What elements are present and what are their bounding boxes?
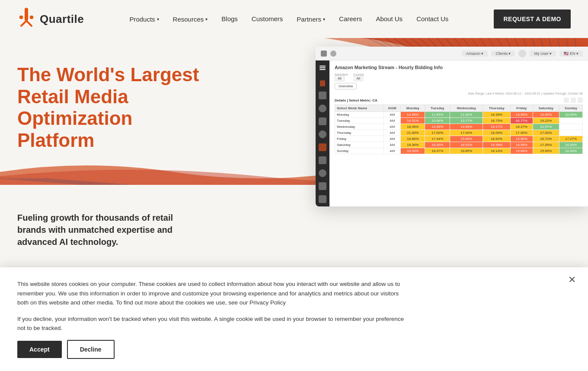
- hero-title: The World's Largest Retail Media Optimiz…: [17, 64, 242, 151]
- sidebar-icon-4[interactable]: [319, 130, 326, 138]
- table-row: Thursday AM 21.00% 17.00% 17.00% 18.00% …: [335, 130, 583, 136]
- dashboard-topbar: Amazon ▾ Clients ▾ My User ▾ 🇺🇸 EN ▾: [316, 47, 588, 60]
- nav-resources[interactable]: Resources ▾: [173, 16, 208, 23]
- request-demo-button[interactable]: REQUEST A DEMO: [494, 10, 571, 29]
- cookie-close-button[interactable]: ✕: [568, 275, 576, 285]
- chevron-down-icon: ▾: [205, 17, 208, 22]
- sidebar-icon-6[interactable]: [319, 156, 326, 164]
- cookie-actions: Accept Decline: [17, 340, 571, 359]
- svg-line-31: [0, 178, 86, 185]
- row-label: Tuesday: [335, 118, 384, 124]
- col-dom: DOM: [384, 105, 401, 112]
- row-label: Friday: [335, 136, 384, 142]
- accept-button[interactable]: Accept: [17, 341, 62, 358]
- logo-wordmark: Quartile: [40, 13, 84, 26]
- data-table: Select Week Name DOM Monday Tuesday Wedn…: [335, 105, 583, 154]
- table-row: Friday AM 18.60% 17.44% 15.99% 18.62% 19…: [335, 136, 583, 142]
- nav-products[interactable]: Products ▾: [129, 16, 159, 23]
- dashboard-body: Amazon Marketing Stream - Hourly Bidding…: [316, 60, 588, 206]
- col-mon: Monday: [401, 105, 425, 112]
- lang-selector[interactable]: 🇺🇸 EN ▾: [559, 51, 583, 57]
- dashboard-title: Amazon Marketing Stream - Hourly Bidding…: [335, 65, 583, 70]
- sidebar-icon-3[interactable]: [319, 117, 326, 125]
- user-avatar-icon: [518, 50, 526, 57]
- table-row: Saturday AM 18.30% 18.30% 18.52% 19.39% …: [335, 142, 583, 148]
- cookie-text-1: This website stores cookies on your comp…: [17, 279, 406, 308]
- chevron-down-icon: ▾: [157, 17, 159, 22]
- col-week: Select Week Name: [335, 105, 384, 112]
- decline-button[interactable]: Decline: [67, 340, 115, 359]
- table-row: Wednesday AM 18.08% 14.56% 14.56% 19.17%…: [335, 124, 583, 130]
- navbar: Quartile Products ▾ Resources ▾ Blogs Cu…: [0, 0, 588, 38]
- table-action-icon-1[interactable]: [564, 98, 569, 103]
- advertiser-filter: Advertiser All: [335, 73, 348, 80]
- table-title: Details | Select Metric: CA: [335, 98, 377, 102]
- cookie-text-2: If you decline, your information won't b…: [17, 314, 406, 333]
- svg-line-32: [9, 178, 95, 185]
- logo[interactable]: Quartile: [17, 8, 84, 30]
- clients-selector[interactable]: Clients ▾: [491, 51, 515, 57]
- chevron-down-icon: ▾: [323, 17, 325, 22]
- sidebar-menu-icon[interactable]: [320, 66, 326, 67]
- col-wed: Wednesday: [450, 105, 483, 112]
- sidebar-icon-5[interactable]: [319, 143, 326, 151]
- dashboard-screenshot: Amazon ▾ Clients ▾ My User ▾ 🇺🇸 EN ▾: [316, 47, 588, 206]
- date-range-info: Date Range: Last 4 Weeks: 2024-08-12 ~ 2…: [335, 92, 583, 95]
- row-label: Wednesday: [335, 124, 384, 130]
- country-filter: Country All: [354, 73, 364, 80]
- nav-partners[interactable]: Partners ▾: [297, 16, 325, 23]
- hero-section: The World's Largest Retail Media Optimiz…: [0, 38, 588, 280]
- nav-customers[interactable]: Customers: [252, 15, 283, 23]
- dashboard-main: Amazon Marketing Stream - Hourly Bidding…: [329, 60, 588, 206]
- nav-contact[interactable]: Contact Us: [416, 15, 448, 23]
- table-action-icon-2[interactable]: [571, 98, 576, 103]
- table-row: Tuesday AM 14.51% 10.96% 10.77% 16.75% 4…: [335, 118, 583, 124]
- row-label: Sunday: [335, 148, 384, 154]
- svg-line-34: [26, 178, 112, 185]
- sidebar-icon-8[interactable]: [319, 182, 326, 190]
- table-header-row: Select Week Name DOM Monday Tuesday Wedn…: [335, 105, 583, 112]
- svg-line-4: [21, 21, 26, 26]
- nav-careers[interactable]: Careers: [339, 15, 362, 23]
- row-label: Saturday: [335, 142, 384, 148]
- amazon-selector[interactable]: Amazon ▾: [462, 51, 488, 57]
- svg-line-35: [35, 178, 121, 185]
- svg-line-5: [26, 21, 32, 26]
- sidebar-icon-9[interactable]: [319, 195, 326, 203]
- sidebar-icon-2[interactable]: [319, 105, 326, 112]
- sidebar-logo-icon: [320, 80, 325, 86]
- cookie-banner: ✕ This website stores cookies on your co…: [0, 267, 588, 371]
- table-row: Sunday AM 19.00% 18.47% 16.85% 18.14% 15…: [335, 148, 583, 154]
- home-icon: [330, 51, 336, 57]
- svg-line-36: [43, 178, 130, 185]
- col-sat: Saturday: [533, 105, 559, 112]
- col-sun: Sunday: [559, 105, 583, 112]
- svg-line-33: [17, 178, 104, 185]
- svg-rect-2: [19, 16, 23, 19]
- sidebar-icon-1[interactable]: [319, 92, 326, 99]
- col-thu: Thursday: [483, 105, 511, 112]
- col-fri: Friday: [511, 105, 533, 112]
- nav-links: Products ▾ Resources ▾ Blogs Customers P…: [129, 15, 448, 23]
- hero-subtitle: Fueling growth for thousands of retail b…: [17, 212, 225, 248]
- user-selector[interactable]: My User ▾: [530, 51, 556, 57]
- table-row: Monday AM 14.95% 11.55% 11.52% 16.39% 19…: [335, 112, 583, 118]
- svg-rect-3: [30, 16, 33, 19]
- overview-tab[interactable]: Overview: [335, 83, 357, 89]
- table-action-icon-3[interactable]: [578, 98, 583, 103]
- col-tue: Tuesday: [425, 105, 450, 112]
- nav-blogs[interactable]: Blogs: [221, 15, 238, 23]
- nav-about[interactable]: About Us: [376, 15, 403, 23]
- sidebar-icon-7[interactable]: [319, 169, 326, 177]
- menu-icon: [321, 51, 327, 57]
- dashboard-sidebar: [316, 60, 329, 206]
- row-label: Thursday: [335, 130, 384, 136]
- row-label: Monday: [335, 112, 384, 118]
